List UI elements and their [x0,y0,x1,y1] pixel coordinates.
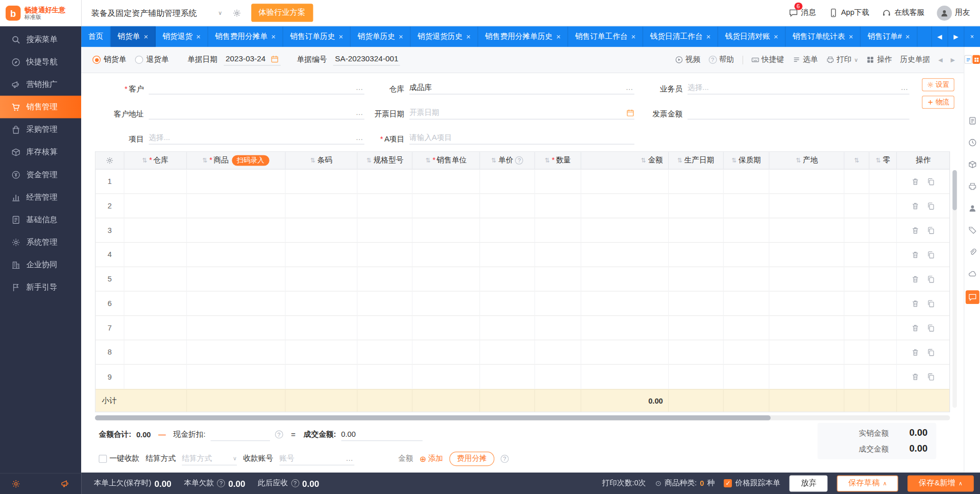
scan-entry-button[interactable]: 扫码录入 [232,155,269,166]
column-header-warehouse[interactable]: ⇅仓库 [125,152,187,169]
online-service-button[interactable]: 在线客服 [882,8,924,18]
column-header-barcode[interactable]: ⇅条码 [285,152,358,169]
document-icon[interactable] [967,115,978,126]
history-icon[interactable] [967,137,978,148]
table-cell[interactable] [535,340,581,364]
calendar-icon[interactable] [626,108,634,116]
table-cell[interactable] [669,340,724,364]
tab-cash-goods-workbench[interactable]: 钱货日清工作台× [643,26,718,46]
table-cell[interactable] [125,243,187,267]
table-cell[interactable] [535,267,581,291]
sidebar-item-base-info[interactable]: 基础信息 [0,208,81,231]
table-cell[interactable] [480,194,535,218]
sort-icon[interactable]: ⇅ [202,157,207,163]
sidebar-item-funds[interactable]: 资金管理 [0,163,81,186]
tab-sales-order-history[interactable]: 销售订单历史× [283,26,351,46]
tag-icon[interactable] [967,225,978,236]
table-cell[interactable] [535,170,581,194]
table-cell[interactable] [770,316,845,340]
table-cell[interactable] [535,292,581,316]
table-cell[interactable] [480,316,535,340]
expense-share-button[interactable]: 费用分摊 [449,452,494,466]
table-cell[interactable] [723,340,769,364]
table-cell[interactable] [358,170,413,194]
sort-icon[interactable]: ⇅ [854,157,859,163]
card-view-toggle[interactable] [972,55,980,64]
table-cell[interactable] [870,316,897,340]
table-cell[interactable] [412,316,480,340]
tab-close-icon[interactable]: × [774,33,778,40]
help-icon[interactable] [275,430,283,438]
help-icon[interactable] [217,479,225,487]
price-track-checkbox[interactable]: 价格跟踪本单 [724,478,780,489]
app-download-button[interactable]: App下载 [828,8,869,18]
delete-row-icon[interactable] [911,373,919,381]
table-cell[interactable] [770,267,845,291]
column-header-row-select[interactable] [95,152,124,169]
tab-sales-expense-share[interactable]: 销售费用分摊单× [208,26,283,46]
column-header-shelf-life[interactable]: ⇅保质期 [723,152,769,169]
table-cell[interactable] [723,365,769,389]
table-cell[interactable] [125,267,187,291]
sidebar-item-search-menu[interactable]: 搜索菜单 [0,28,81,51]
delete-row-icon[interactable] [911,202,919,210]
save-and-new-button[interactable]: 保存&新增 ∧ [908,475,974,491]
tab-close-icon[interactable]: × [849,33,853,40]
settle-method-select[interactable]: 结算方式 ∨ [182,452,237,465]
table-cell[interactable] [480,218,535,242]
sort-icon[interactable]: ⇅ [731,157,737,163]
sidebar-item-operations[interactable]: 经营管理 [0,186,81,208]
next-doc-icon[interactable]: ▶ [951,57,955,63]
radio-sales-return[interactable]: 退货单 [135,55,168,65]
video-button[interactable]: 视频 [675,55,700,65]
table-cell[interactable] [669,267,724,291]
hotkey-button[interactable]: 快捷键 [751,55,784,65]
table-cell[interactable] [125,316,187,340]
table-cell[interactable] [412,170,480,194]
prev-doc-icon[interactable]: ◀ [938,57,942,63]
cloud-icon[interactable] [967,268,978,279]
invoice-amount-input[interactable] [688,106,910,120]
tab-close-icon[interactable]: × [271,33,276,40]
messages-button[interactable]: 6 消息 [789,8,816,18]
table-cell[interactable] [535,218,581,242]
table-cell[interactable] [285,267,358,291]
table-cell[interactable] [125,170,187,194]
sidebar-item-quick-nav[interactable]: 快捷导航 [0,51,81,73]
settings-gear-icon[interactable] [11,479,20,488]
tab-scroll-left-icon[interactable]: ◀ [931,26,947,46]
column-header-spec[interactable]: ⇅规格型号 [358,152,413,169]
table-cell[interactable] [723,292,769,316]
table-cell[interactable] [480,267,535,291]
ellipsis-icon[interactable]: … [354,134,364,142]
table-cell[interactable] [480,365,535,389]
copy-row-icon[interactable] [927,324,935,332]
help-icon[interactable] [291,479,299,487]
table-cell[interactable] [669,194,724,218]
table-cell[interactable] [187,218,285,242]
table-cell[interactable] [870,365,897,389]
doc-date-input[interactable]: 2023-03-24 [224,54,280,65]
copy-row-icon[interactable] [927,275,935,283]
sidebar-item-marketing[interactable]: 营销推广 [0,73,81,96]
table-cell[interactable] [581,316,669,340]
copy-row-icon[interactable] [927,373,935,381]
table-cell[interactable] [770,194,845,218]
tab-sales-order-workbench[interactable]: 销售订单工作台× [568,26,643,46]
table-cell[interactable] [535,194,581,218]
table-cell[interactable] [723,316,769,340]
gear-icon[interactable] [232,9,241,17]
sidebar-item-sales[interactable]: 销售管理 [0,96,81,118]
table-cell[interactable] [845,243,870,267]
table-cell[interactable] [358,292,413,316]
tab-sales-invoice-history[interactable]: 销货单历史× [351,26,411,46]
close-all-tabs-icon[interactable]: × [964,26,980,46]
copy-row-icon[interactable] [927,299,935,308]
table-cell[interactable] [870,170,897,194]
table-cell[interactable] [669,243,724,267]
column-header-qty[interactable]: ⇅数量 [535,152,581,169]
table-cell[interactable] [581,267,669,291]
table-cell[interactable] [412,292,480,316]
copy-row-icon[interactable] [927,226,935,234]
table-cell[interactable] [358,267,413,291]
